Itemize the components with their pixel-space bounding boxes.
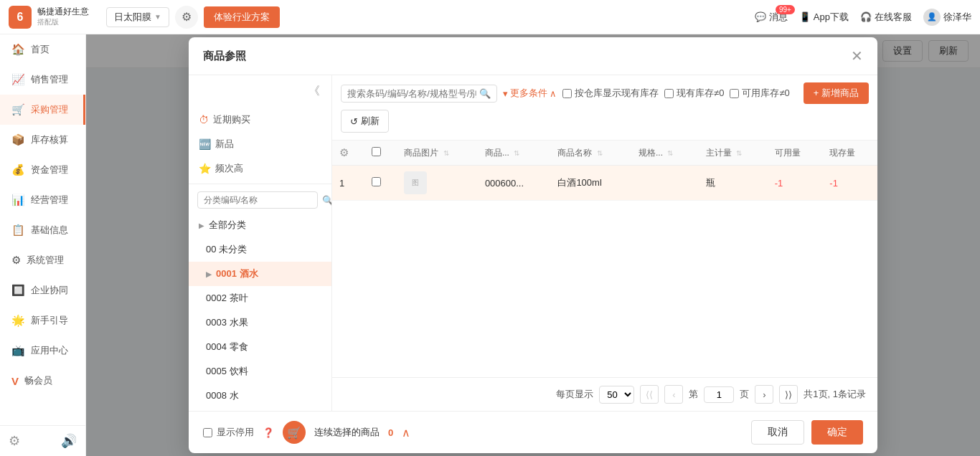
cat-item-all[interactable]: ▶ 全部分类 — [189, 213, 331, 237]
warehouse-stock-checkbox[interactable] — [562, 89, 572, 98]
cart-icon[interactable]: 🛒 — [283, 421, 306, 444]
message-icon: 💬 — [755, 11, 766, 22]
collapse-footer-icon[interactable]: ∧ — [402, 426, 410, 440]
col-spec[interactable]: 规格... ⇅ — [631, 141, 699, 166]
col-code[interactable]: 商品... ⇅ — [478, 141, 551, 166]
current-stock-checkbox[interactable] — [664, 89, 674, 98]
cat-item-tea[interactable]: 0002 茶叶 — [189, 286, 331, 310]
modal-left-header: 《 — [189, 75, 331, 108]
search-icon[interactable]: 🔍 — [322, 195, 332, 206]
refresh-icon: ↺ — [350, 116, 358, 127]
sidebar-item-finance[interactable]: 💰 资金管理 — [0, 155, 85, 185]
next-page-button[interactable]: › — [755, 385, 773, 404]
checkbox-current-stock[interactable]: 现有库存≠0 — [664, 87, 724, 100]
table-row[interactable]: 1 图 000600... 白酒100ml 瓶 — [332, 166, 877, 201]
category-search-input[interactable] — [197, 191, 318, 209]
table-settings-icon[interactable]: ⚙ — [339, 146, 349, 158]
confirm-button[interactable]: 确定 — [811, 420, 863, 445]
search-submit-icon[interactable]: 🔍 — [479, 88, 491, 99]
product-table: ⚙ 商品图片 ⇅ 商品... ⇅ — [332, 141, 877, 201]
sidebar-item-system[interactable]: ⚙ 系统管理 — [0, 245, 85, 275]
guide-icon: 🌟 — [11, 314, 25, 327]
inventory-icon: 📦 — [11, 133, 25, 146]
page-size-select[interactable]: 50 — [599, 386, 634, 404]
expand-arrow-icon: ▶ — [199, 222, 204, 229]
last-page-button[interactable]: ⟩⟩ — [779, 385, 798, 404]
checkbox-available-stock[interactable]: 可用库存≠0 — [730, 87, 789, 100]
main-layout: 🏠 首页 📈 销售管理 🛒 采购管理 📦 库存核算 💰 资金管理 📊 经营管理 … — [0, 34, 980, 456]
content-area: 查询 设置 刷新 商品参照 ✕ 《 — [86, 34, 980, 456]
mobile-icon: 📱 — [799, 11, 811, 22]
cat-item-fruit[interactable]: 0003 水果 — [189, 310, 331, 335]
top-right: 💬 消息 99+ 📱 App下载 🎧 在线客服 👤 徐泽华 — [755, 9, 971, 26]
nav-selector[interactable]: 日太阳膜 ▼ — [106, 7, 169, 27]
cat-item-alcohol[interactable]: ▶ 0001 酒水 — [189, 262, 331, 286]
sidebar-item-app-center[interactable]: 📺 应用中心 — [0, 336, 85, 366]
cat-item-snacks[interactable]: 0004 零食 — [189, 335, 331, 359]
checkbox-warehouse-stock[interactable]: 按仓库显示现有库存 — [562, 87, 659, 100]
product-reference-modal: 商品参照 ✕ 《 ⏱ 近期购买 — [189, 37, 877, 453]
filter-button[interactable]: ▾ 更多条件 ∧ — [503, 87, 557, 100]
sidebar-item-operations[interactable]: 📊 经营管理 — [0, 185, 85, 215]
col-unit[interactable]: 主计量 ⇅ — [699, 141, 768, 166]
user-profile[interactable]: 👤 徐泽华 — [923, 9, 971, 26]
quick-item-recent[interactable]: ⏱ 近期购买 — [189, 108, 331, 132]
select-all-checkbox[interactable] — [372, 147, 381, 156]
cancel-button[interactable]: 取消 — [751, 420, 804, 445]
modal-left-panel: 《 ⏱ 近期购买 🆕 新品 ⭐ 频次高 — [189, 75, 332, 411]
headset-icon: 🎧 — [860, 11, 872, 22]
system-icon: ⚙ — [11, 254, 21, 267]
page-label: 第 — [689, 388, 698, 401]
col-checkbox[interactable] — [364, 141, 397, 166]
settings-icon[interactable]: ⚙ — [175, 6, 198, 29]
sort-unit-icon: ⇅ — [736, 149, 742, 157]
page-label-end: 页 — [740, 388, 749, 401]
sidebar-item-inventory[interactable]: 📦 库存核算 — [0, 125, 85, 155]
sidebar-item-enterprise[interactable]: 🔲 企业协同 — [0, 275, 85, 305]
col-name[interactable]: 商品名称 ⇅ — [550, 141, 631, 166]
add-product-button[interactable]: + 新增商品 — [804, 82, 869, 104]
col-stock[interactable]: 现存量 — [822, 141, 877, 166]
app-download-button[interactable]: 📱 App下载 — [799, 11, 849, 24]
sidebar-item-sales[interactable]: 📈 销售管理 — [0, 65, 85, 95]
prev-page-button[interactable]: ‹ — [664, 385, 683, 404]
sort-code-icon: ⇅ — [514, 149, 519, 157]
sidebar-item-member[interactable]: V 畅会员 — [0, 366, 85, 396]
show-disabled-checkbox[interactable] — [203, 428, 212, 437]
col-available[interactable]: 可用量 — [768, 141, 823, 166]
modal-title: 商品参照 — [203, 49, 246, 63]
cat-item-drinks[interactable]: 0005 饮料 — [189, 359, 331, 384]
sidebar-settings-icon[interactable]: ⚙ — [9, 433, 20, 449]
row-checkbox[interactable] — [372, 177, 381, 186]
col-settings[interactable]: ⚙ — [332, 141, 364, 166]
modal-close-button[interactable]: ✕ — [851, 47, 863, 65]
message-button[interactable]: 💬 消息 99+ — [755, 11, 788, 24]
product-thumbnail: 图 — [404, 171, 427, 194]
cat-item-uncategorized[interactable]: 00 未分类 — [189, 237, 331, 262]
table-header: ⚙ 商品图片 ⇅ 商品... ⇅ — [332, 141, 877, 166]
show-disabled-label[interactable]: 显示停用 — [203, 426, 254, 439]
sidebar-volume-icon[interactable]: 🔊 — [61, 433, 77, 449]
sidebar-item-purchase[interactable]: 🛒 采购管理 — [0, 95, 85, 125]
cell-image: 图 — [397, 166, 478, 201]
shopping-cart-icon: 🛒 — [287, 426, 301, 440]
help-icon[interactable]: ❓ — [263, 427, 274, 438]
logo-text: 畅捷通好生意 — [37, 6, 89, 18]
quick-item-new[interactable]: 🆕 新品 — [189, 132, 331, 156]
cell-checkbox[interactable] — [364, 166, 397, 201]
trial-button[interactable]: 体验行业方案 — [204, 6, 280, 28]
first-page-button[interactable]: ⟨⟨ — [640, 385, 659, 404]
quick-item-frequent[interactable]: ⭐ 频次高 — [189, 156, 331, 181]
available-stock-checkbox[interactable] — [730, 89, 739, 98]
sidebar-item-guide[interactable]: 🌟 新手引导 — [0, 305, 85, 336]
sidebar-item-basic-info[interactable]: 📋 基础信息 — [0, 215, 85, 245]
product-search-input[interactable] — [347, 88, 476, 99]
sidebar-item-home[interactable]: 🏠 首页 — [0, 34, 85, 65]
active-arrow-icon: ▶ — [206, 270, 212, 278]
refresh-button[interactable]: ↺ 刷新 — [341, 110, 389, 133]
col-image: 商品图片 ⇅ — [397, 141, 478, 166]
cat-item-water[interactable]: 0008 水 — [189, 384, 331, 408]
online-service-button[interactable]: 🎧 在线客服 — [860, 11, 912, 24]
page-number-input[interactable] — [704, 386, 734, 403]
collapse-left-panel-button[interactable]: 《 — [306, 81, 323, 102]
